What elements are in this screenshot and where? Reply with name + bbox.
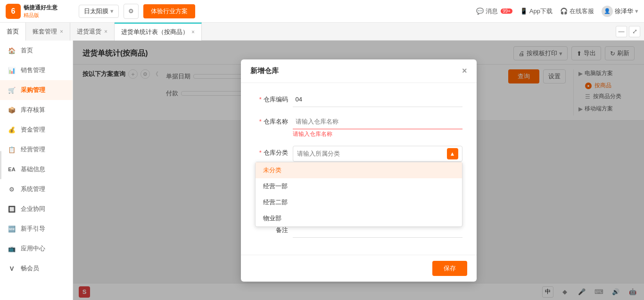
sidebar-item-enterprise[interactable]: 🔲 企业协同 xyxy=(0,199,73,219)
trial-button[interactable]: 体验行业方案 xyxy=(143,4,195,18)
messages-button[interactable]: 💬 消息 99+ xyxy=(476,7,512,16)
modal-header: 新增仓库 × xyxy=(241,59,477,83)
warehouse-category-label: 仓库分类 xyxy=(255,146,293,160)
messages-badge: 99+ xyxy=(501,8,512,14)
dropdown-item-ops1[interactable]: 经营一部 xyxy=(256,178,462,194)
app-download-button[interactable]: 📱 App下载 xyxy=(520,7,553,16)
logo-area: 6 畅捷通好生意 精品版 xyxy=(6,4,79,19)
warehouse-category-control: ▲ 未分类 经营一部 经营二部 物业部 xyxy=(293,146,462,162)
warehouse-name-label: 仓库名称 xyxy=(255,115,293,129)
warehouse-category-row: 仓库分类 ▲ 未分类 经营一部 经营二部 xyxy=(255,146,462,162)
message-icon: 💬 xyxy=(476,8,484,15)
guide-icon: 🆕 xyxy=(8,225,16,233)
finance-icon: 💰 xyxy=(8,125,16,134)
sidebar-item-operations[interactable]: 📋 经营管理 xyxy=(0,140,73,159)
tab-maximize-button[interactable]: ⤢ xyxy=(629,26,640,37)
logo-text: 畅捷通好生意 精品版 xyxy=(24,4,58,19)
home-icon: 🏠 xyxy=(8,46,16,55)
main-layout: 🏠 首页 📊 销售管理 🛒 采购管理 📦 库存核算 💰 资金管理 📋 经营管理 … xyxy=(0,41,644,300)
settings-gear-button[interactable]: ⚙ xyxy=(124,4,139,19)
enterprise-icon: 🔲 xyxy=(8,205,16,213)
dropdown-item-uncategorized[interactable]: 未分类 xyxy=(256,162,462,178)
basic-info-icon: EA xyxy=(8,165,16,174)
sales-icon: 📊 xyxy=(8,66,16,75)
warehouse-code-label: 仓库编码 xyxy=(255,92,293,107)
warehouse-code-control xyxy=(293,92,462,107)
sidebar-item-finance[interactable]: 💰 资金管理 xyxy=(0,120,73,140)
dropdown-item-ops2[interactable]: 经营二部 xyxy=(256,194,462,210)
top-header: 6 畅捷通好生意 精品版 日太阳膜 ▾ ⚙ 体验行业方案 💬 消息 99+ 📱 … xyxy=(0,0,644,23)
user-dropdown-arrow: ▾ xyxy=(635,8,638,15)
sidebar-item-purchase[interactable]: 🛒 采购管理 xyxy=(0,80,73,100)
tab-minimize-button[interactable]: — xyxy=(616,26,627,37)
sidebar-scrollbar xyxy=(0,151,1,179)
modal-close-button[interactable]: × xyxy=(462,66,467,76)
headset-icon: 🎧 xyxy=(560,8,568,15)
purchase-icon: 🛒 xyxy=(8,86,16,94)
modal-body: 仓库编码 仓库名称 请输入仓库名称 xyxy=(241,83,477,255)
member-icon: V xyxy=(8,264,16,273)
inventory-icon: 📦 xyxy=(8,106,16,114)
user-menu[interactable]: 👤 徐泽华 ▾ xyxy=(602,6,638,17)
category-input-wrap: ▲ xyxy=(293,146,462,162)
sidebar-item-home[interactable]: 🏠 首页 xyxy=(0,41,73,60)
content-area: 进货单统计(按商品) 🖨 按模板打印 ▾ ⬆ 导出 ↻ xyxy=(73,41,644,300)
company-selector[interactable]: 日太阳膜 ▾ xyxy=(79,5,119,18)
tab-purchase-return-close[interactable]: × xyxy=(104,28,107,35)
sidebar-item-guide[interactable]: 🆕 新手引导 xyxy=(0,219,73,239)
tab-accounts[interactable]: 账套管理 × xyxy=(26,23,70,41)
sidebar-item-basic-info[interactable]: EA 基础信息 xyxy=(0,159,73,179)
page-content-wrap: 进货单统计(按商品) 🖨 按模板打印 ▾ ⬆ 导出 ↻ xyxy=(73,41,644,300)
header-right: 💬 消息 99+ 📱 App下载 🎧 在线客服 👤 徐泽华 ▾ xyxy=(476,6,638,17)
system-icon: ⚙ xyxy=(8,185,16,193)
online-service-button[interactable]: 🎧 在线客服 xyxy=(560,7,594,16)
category-dropdown: 未分类 经营一部 经营二部 物业部 xyxy=(255,162,462,227)
warehouse-code-row: 仓库编码 xyxy=(255,92,462,107)
sidebar-item-inventory[interactable]: 📦 库存核算 xyxy=(0,100,73,120)
user-avatar: 👤 xyxy=(602,6,613,17)
dropdown-arrow-icon: ▾ xyxy=(110,8,114,15)
sidebar: 🏠 首页 📊 销售管理 🛒 采购管理 📦 库存核算 💰 资金管理 📋 经营管理 … xyxy=(0,41,73,300)
dropdown-item-property[interactable]: 物业部 xyxy=(256,210,462,226)
sidebar-item-app-center[interactable]: 📺 应用中心 xyxy=(0,239,73,258)
home-tab-label: 首页 xyxy=(7,27,19,36)
tab-purchase-stats-close[interactable]: × xyxy=(191,29,195,35)
sidebar-item-member[interactable]: V 畅会员 xyxy=(0,258,73,278)
tab-controls: — ⤢ xyxy=(616,26,644,37)
sidebar-item-sales[interactable]: 📊 销售管理 xyxy=(0,60,73,80)
tab-purchase-return[interactable]: 进货退货 × xyxy=(70,23,115,41)
warehouse-name-input[interactable] xyxy=(293,115,462,129)
category-input[interactable] xyxy=(297,150,447,157)
new-warehouse-modal: 新增仓库 × 仓库编码 仓库名称 xyxy=(241,59,477,282)
phone-icon: 📱 xyxy=(520,8,528,15)
warehouse-code-input[interactable] xyxy=(293,92,462,107)
sidebar-item-system[interactable]: ⚙ 系统管理 xyxy=(0,179,73,199)
tab-bar: 首页 账套管理 × 进货退货 × 进货单统计表（按商品） × — ⤢ xyxy=(0,23,644,41)
modal-overlay: 新增仓库 × 仓库编码 仓库名称 xyxy=(73,41,644,300)
warehouse-name-control: 请输入仓库名称 xyxy=(293,115,462,138)
modal-footer: 保存 xyxy=(241,255,477,282)
header-middle: 日太阳膜 ▾ ⚙ 体验行业方案 xyxy=(79,4,476,19)
app-center-icon: 📺 xyxy=(8,244,16,253)
tab-accounts-close[interactable]: × xyxy=(60,28,63,35)
warehouse-name-error: 请输入仓库名称 xyxy=(293,130,462,138)
tab-home[interactable]: 首页 xyxy=(0,23,26,41)
category-chevron-up-button[interactable]: ▲ xyxy=(447,148,458,159)
warehouse-name-row: 仓库名称 请输入仓库名称 xyxy=(255,115,462,138)
modal-title: 新增仓库 xyxy=(250,67,279,75)
operations-icon: 📋 xyxy=(8,145,16,154)
app-logo-icon: 6 xyxy=(6,4,21,19)
tab-purchase-stats[interactable]: 进货单统计表（按商品） × xyxy=(115,23,202,41)
save-button[interactable]: 保存 xyxy=(432,261,467,276)
